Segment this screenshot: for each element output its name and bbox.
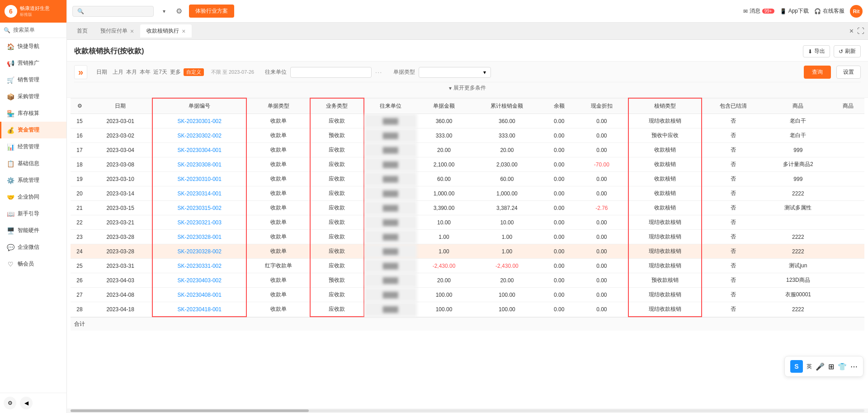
col-header-settings[interactable]: ⚙ <box>71 98 89 114</box>
sidebar-item-operations[interactable]: 📊 经营管理 <box>0 138 66 155</box>
sidebar-label-system: 系统管理 <box>18 176 39 184</box>
tab-verify-close-icon[interactable]: × <box>182 28 185 35</box>
sidebar-item-finance[interactable]: 💰 资金管理 <box>0 122 66 138</box>
table-settings-icon[interactable]: ⚙ <box>77 103 82 109</box>
filter-toggle-button[interactable]: » <box>74 65 87 79</box>
close-all-icon[interactable]: × <box>849 27 854 35</box>
singleno-link[interactable]: SK-20230328-001 <box>178 234 222 240</box>
cell-singleno[interactable]: SK-20230328-001 <box>152 230 246 244</box>
message-button[interactable]: ✉ 消息 99+ <box>743 7 774 15</box>
cell-singleno[interactable]: SK-20230304-001 <box>152 143 246 157</box>
sidebar-item-quick-nav[interactable]: 🏠 快捷导航 <box>0 38 66 55</box>
single-type-select[interactable]: ▾ <box>419 67 491 78</box>
maximize-icon[interactable]: ⛶ <box>857 27 864 35</box>
singleno-link[interactable]: SK-20230408-001 <box>178 292 222 298</box>
search-menu[interactable]: 🔍 搜索菜单 <box>0 23 66 38</box>
cell-singleno[interactable]: SK-20230331-002 <box>152 259 246 273</box>
solution-button[interactable]: 体验行业方案 <box>189 5 234 18</box>
cell-singleno[interactable]: SK-20230321-003 <box>152 215 246 230</box>
singleno-link[interactable]: SK-20230310-001 <box>178 176 222 182</box>
singleno-link[interactable]: SK-20230302-002 <box>178 133 222 139</box>
user-avatar[interactable]: Rit <box>850 5 863 18</box>
horizontal-scrollbar[interactable] <box>67 408 868 413</box>
sidebar-item-base-info[interactable]: 📋 基础信息 <box>0 155 66 172</box>
cell-singleno[interactable]: SK-20230308-001 <box>152 157 246 172</box>
cell-singleno[interactable]: SK-20230418-001 <box>152 302 246 317</box>
singleno-link[interactable]: SK-20230321-003 <box>178 219 222 226</box>
cell-amount: 333.00 <box>417 128 471 143</box>
sidebar-label-inventory: 库存核算 <box>18 109 39 117</box>
tab-prepay[interactable]: 预付应付单 × <box>94 24 140 38</box>
date-link-7days[interactable]: 近7天 <box>153 68 167 76</box>
sidebar-item-guide[interactable]: 📖 新手引导 <box>0 205 66 222</box>
date-link-this-year[interactable]: 本年 <box>140 68 151 76</box>
cell-singleno[interactable]: SK-20230314-001 <box>152 186 246 201</box>
singleno-link[interactable]: SK-20230328-002 <box>178 248 222 255</box>
cell-verifytype: 收款核销 <box>628 172 702 186</box>
guide-icon: 📖 <box>7 210 14 218</box>
date-link-more[interactable]: 更多 <box>170 68 181 76</box>
cell-cumverify: 3,387.24 <box>471 201 543 215</box>
cell-partner: ████ <box>364 273 417 288</box>
scrollbar-thumb[interactable] <box>71 409 309 412</box>
float-mic-icon[interactable]: 🎤 <box>816 362 825 371</box>
sidebar-collapse-icon[interactable]: ◀ <box>20 397 33 409</box>
partner-filter-input[interactable] <box>290 67 372 78</box>
sidebar-item-purchase[interactable]: 📦 采购管理 <box>0 88 66 105</box>
filter-expand-row[interactable]: ▾ 展开更多条件 <box>74 82 861 94</box>
sidebar-settings-icon[interactable]: ⚙ <box>4 397 16 409</box>
tab-verify[interactable]: 收款核销执行 × <box>140 24 192 38</box>
cell-singleno[interactable]: SK-20230403-002 <box>152 273 246 288</box>
cell-product <box>764 215 832 230</box>
date-custom-badge[interactable]: 自定义 <box>184 68 204 76</box>
float-shirt-icon[interactable]: 👕 <box>838 362 847 371</box>
date-link-last-month[interactable]: 上月 <box>113 68 123 76</box>
singleno-link[interactable]: SK-20230331-002 <box>178 263 222 269</box>
singleno-link[interactable]: SK-20230403-002 <box>178 277 222 284</box>
cell-cumverify: 1.00 <box>471 244 543 259</box>
query-button[interactable]: 查询 <box>804 66 831 79</box>
cell-includeclosed: 否 <box>702 273 764 288</box>
date-link-this-month[interactable]: 本月 <box>126 68 137 76</box>
sidebar-item-sales[interactable]: 🛒 销售管理 <box>0 71 66 88</box>
topbar-dropdown[interactable]: ▾ <box>157 6 169 16</box>
refresh-button[interactable]: ↺ 刷新 <box>834 45 861 57</box>
cell-singleno[interactable]: SK-20230301-002 <box>152 114 246 128</box>
sidebar-item-inventory[interactable]: 🏪 库存核算 <box>0 105 66 122</box>
cell-amount: -2,430.00 <box>417 259 471 273</box>
cell-singleno[interactable]: SK-20230408-001 <box>152 288 246 302</box>
cell-singleno[interactable]: SK-20230310-001 <box>152 172 246 186</box>
singleno-link[interactable]: SK-20230315-002 <box>178 205 222 211</box>
online-service-button[interactable]: 🎧 在线客服 <box>814 7 844 15</box>
sidebar-item-marketing[interactable]: 📢 营销推广 <box>0 55 66 71</box>
sidebar-item-wechat[interactable]: 💬 企业微信 <box>0 239 66 256</box>
cell-product2 <box>832 157 864 172</box>
singleno-link[interactable]: SK-20230301-002 <box>178 118 222 124</box>
cell-singleno[interactable]: SK-20230315-002 <box>152 201 246 215</box>
sidebar-item-hardware[interactable]: 🖥️ 智能硬件 <box>0 222 66 239</box>
topbar-search-box[interactable]: 🔍 <box>72 6 154 17</box>
float-more-icon[interactable]: ⋯ <box>850 362 858 371</box>
singleno-link[interactable]: SK-20230314-001 <box>178 190 222 197</box>
cell-biztype: 应收款 <box>310 302 364 317</box>
sidebar-item-collab[interactable]: 🤝 企业协同 <box>0 189 66 205</box>
singleno-link[interactable]: SK-20230308-001 <box>178 161 222 168</box>
tab-prepay-close-icon[interactable]: × <box>130 28 134 35</box>
cell-partner: ████ <box>364 215 417 230</box>
singleno-link[interactable]: SK-20230418-001 <box>178 306 222 313</box>
sidebar-item-vip[interactable]: ♡ 畅会员 <box>0 256 66 272</box>
export-button[interactable]: ⬇ 导出 <box>803 45 830 57</box>
cell-singleno[interactable]: SK-20230302-002 <box>152 128 246 143</box>
topbar-gear-icon[interactable]: ⚙ <box>173 5 185 18</box>
cell-verifytype: 现结收款核销 <box>628 230 702 244</box>
float-grid-icon[interactable]: ⊞ <box>828 362 834 371</box>
tab-home[interactable]: 首页 <box>71 24 94 38</box>
sidebar-item-system[interactable]: ⚙️ 系统管理 <box>0 172 66 189</box>
cell-singleno[interactable]: SK-20230328-002 <box>152 244 246 259</box>
cell-balance: 0.00 <box>543 302 576 317</box>
filter-settings-button[interactable]: 设置 <box>836 66 861 79</box>
singleno-link[interactable]: SK-20230304-001 <box>178 147 222 153</box>
footer-label: 合计 <box>74 321 85 327</box>
app-download-button[interactable]: 📱 App下载 <box>780 7 809 15</box>
cell-product: 老白干 <box>764 114 832 128</box>
